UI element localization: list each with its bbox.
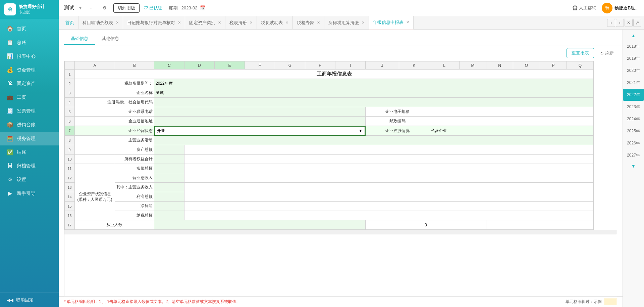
sidebar-item-invoice[interactable]: 🧾 发票管理: [0, 104, 59, 118]
year-2024[interactable]: 2024年: [623, 113, 644, 125]
tab-tax-expert-close[interactable]: ✕: [317, 20, 320, 25]
topbar-settings-btn[interactable]: ⚙: [100, 3, 109, 13]
dropdown-cell[interactable]: 开业 ▼: [154, 126, 365, 135]
col-header-d[interactable]: D: [184, 61, 215, 70]
col-header-m[interactable]: M: [460, 61, 486, 70]
sidebar-item-fund[interactable]: 💰 资金管理: [0, 63, 59, 77]
cell-5-right-value[interactable]: [429, 107, 594, 117]
cell-10-value[interactable]: [154, 155, 184, 164]
refresh-btn[interactable]: ↻ 刷新: [597, 48, 617, 58]
year-2019[interactable]: 2019年: [623, 52, 644, 64]
subtab-basic[interactable]: 基础信息: [64, 33, 95, 45]
tab-tax-expert[interactable]: 税检专家 ✕: [293, 16, 324, 30]
tabbar-close-all-btn[interactable]: ✕: [625, 19, 633, 27]
horizontal-scrollbar[interactable]: [64, 230, 617, 234]
tab-income-tax[interactable]: 所得税汇算清缴 ✕: [324, 16, 369, 30]
tab-annual-report[interactable]: 年报信息申报表 ✕: [369, 16, 414, 30]
cell-4-value[interactable]: [154, 98, 594, 107]
sidebar-item-salary[interactable]: 💼 工资: [0, 90, 59, 104]
year-2026[interactable]: 2026年: [623, 137, 644, 149]
col-header-k[interactable]: K: [399, 61, 429, 70]
cell-3-value[interactable]: 测试: [154, 88, 594, 98]
tab-home[interactable]: 首页: [61, 16, 78, 30]
sidebar-item-close[interactable]: ✅ 结账: [0, 145, 59, 159]
tab-annual-report-close[interactable]: ✕: [406, 20, 409, 25]
cell-7-dropdown[interactable]: 开业 ▼: [154, 126, 366, 136]
col-header-q[interactable]: Q: [567, 61, 594, 70]
col-header-j[interactable]: J: [366, 61, 399, 70]
row-10-num: 10: [65, 155, 75, 164]
tab-fixed-asset-close[interactable]: ✕: [218, 20, 221, 25]
cell-12-value[interactable]: [154, 173, 184, 183]
cell-5-value[interactable]: [154, 107, 366, 117]
year-scroll-up-btn[interactable]: ▲: [623, 31, 644, 40]
service-btn[interactable]: 🎧 人工咨询: [572, 5, 596, 11]
user-profile[interactable]: 畅 畅捷通B组...: [602, 3, 639, 13]
tab-subject-close[interactable]: ✕: [116, 20, 119, 25]
col-header-c[interactable]: C: [154, 61, 184, 70]
sidebar-item-ledger[interactable]: 📋 总账: [0, 36, 59, 49]
tab-bank-label: 日记账与银行对账单核对: [127, 20, 175, 26]
col-header-l[interactable]: L: [429, 61, 460, 70]
tab-tax-wave[interactable]: 税负波动表 ✕: [257, 16, 293, 30]
sidebar-item-archive[interactable]: 🗄 归档管理: [0, 159, 59, 173]
col-header-o[interactable]: O: [513, 61, 540, 70]
col-header-b[interactable]: B: [115, 61, 154, 70]
sidebar-unpin[interactable]: ◀◀ 取消固定: [0, 293, 59, 307]
year-2022[interactable]: 2022年: [623, 89, 644, 101]
sidebar-item-report[interactable]: 📊 报表中心: [0, 49, 59, 63]
col-header-p[interactable]: P: [540, 61, 567, 70]
tab-bank[interactable]: 日记账与银行对账单核对 ✕: [123, 16, 185, 30]
tabbar-prev-btn[interactable]: ‹: [607, 19, 615, 27]
topbar-dropdown-arrow[interactable]: ▼: [78, 5, 83, 10]
tab-fixed-asset[interactable]: 固定资产类别 ✕: [185, 16, 225, 30]
sidebar-item-home[interactable]: 🏠 首页: [0, 22, 59, 36]
reset-btn[interactable]: 重置报表: [567, 48, 594, 58]
cell-9-value[interactable]: [154, 145, 184, 155]
cell-8-value[interactable]: [154, 136, 594, 145]
tab-subject[interactable]: 科目辅助余额表 ✕: [78, 16, 123, 30]
sidebar-item-tax[interactable]: 🧮 税务管理: [0, 132, 59, 145]
cell-6-right-value[interactable]: [429, 117, 594, 126]
sidebar-item-invoice-label: 发票管理: [17, 108, 36, 114]
year-2020[interactable]: 2020年: [623, 64, 644, 77]
topbar-add-btn[interactable]: ＋: [87, 3, 96, 13]
sidebar-item-inventory[interactable]: 📦 进销台账: [0, 118, 59, 132]
tab-tax-list-close[interactable]: ✕: [250, 20, 253, 25]
col-header-e[interactable]: E: [215, 61, 245, 70]
col-header-h[interactable]: H: [305, 61, 335, 70]
cell-7-right-value[interactable]: 私营企业: [429, 126, 594, 136]
cell-title[interactable]: 工商年报信息表: [75, 70, 594, 79]
tab-tax-wave-close[interactable]: ✕: [285, 20, 288, 25]
topbar-switch-btn[interactable]: 切到旧版: [113, 3, 140, 13]
year-2018[interactable]: 2018年: [623, 40, 644, 52]
sidebar-item-guide[interactable]: ▶ 新手引导: [0, 186, 59, 200]
cell-17-value[interactable]: [154, 220, 366, 230]
tab-income-tax-close[interactable]: ✕: [362, 20, 365, 25]
cell-13-value[interactable]: [154, 183, 184, 192]
year-2025[interactable]: 2025年: [623, 125, 644, 137]
cell-2-value[interactable]: 2022年度: [154, 79, 594, 88]
cell-6-value[interactable]: [154, 117, 366, 126]
tab-bank-close[interactable]: ✕: [178, 20, 181, 25]
cell-11-value[interactable]: [154, 164, 184, 173]
col-header-g[interactable]: G: [275, 61, 305, 70]
sidebar-item-settings[interactable]: ⚙ 设置: [0, 173, 59, 186]
subtab-other[interactable]: 其他信息: [95, 33, 126, 45]
year-2021[interactable]: 2021年: [623, 77, 644, 89]
sidebar-item-asset[interactable]: 🏗 固定资产: [0, 77, 59, 90]
year-scroll-down-btn[interactable]: ▼: [623, 161, 644, 171]
spreadsheet-wrapper[interactable]: A B C D E F G H I J K L: [64, 61, 617, 296]
year-2027[interactable]: 2027年: [623, 149, 644, 161]
col-header-n[interactable]: N: [486, 61, 513, 70]
tabbar-expand-btn[interactable]: ⤢: [633, 19, 641, 27]
col-header-a[interactable]: A: [75, 61, 115, 70]
cell-14-value[interactable]: [154, 192, 184, 202]
tab-tax-list[interactable]: 税表清册 ✕: [225, 16, 257, 30]
col-header-i[interactable]: I: [335, 61, 366, 70]
cell-16-value[interactable]: [154, 211, 184, 220]
year-2023[interactable]: 2023年: [623, 101, 644, 113]
cell-15-value[interactable]: [154, 202, 184, 211]
col-header-f[interactable]: F: [245, 61, 275, 70]
tabbar-next-btn[interactable]: ›: [616, 19, 624, 27]
